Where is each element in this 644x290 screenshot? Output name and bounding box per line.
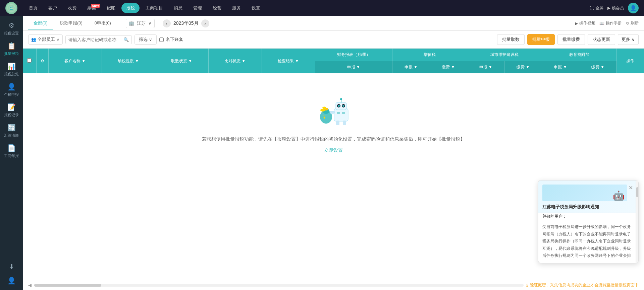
employee-selector[interactable]: 👥 全部员工 ∨ xyxy=(28,34,63,45)
horizontal-scrollbar[interactable] xyxy=(34,284,524,287)
region-selector[interactable]: 🏢 江苏 ∨ xyxy=(126,19,155,28)
more-button[interactable]: 更多 ∨ xyxy=(618,34,639,45)
notif-scrollbar xyxy=(636,180,638,263)
bottom-bar: ◀ ℹ 验证账密、采集信息均成功的企业才会流转至批量报税页面中 xyxy=(23,280,644,290)
nav-customer[interactable]: 客户 xyxy=(44,3,62,13)
sort-icon-fr[interactable]: ▼ xyxy=(356,65,360,69)
sort-icon-vp[interactable]: ▼ xyxy=(451,65,455,69)
tab-tax-return-count: (0) xyxy=(77,20,83,25)
status-update-button[interactable]: 状态更新 xyxy=(588,34,615,45)
more-label: 更多 xyxy=(622,37,630,43)
video-help-label: 操作视频 xyxy=(579,20,595,26)
sidebar-label-annual-report: 工商年报 xyxy=(4,153,19,158)
sidebar-item-tax-summary[interactable]: 📊 报税总览 xyxy=(1,60,22,79)
sort-icon-er[interactable]: ▼ xyxy=(563,65,567,69)
bottom-info: ℹ 验证账密、采集信息均成功的企业才会流转至批量报税页面中 xyxy=(526,282,639,288)
toolbar-right: 批量取数 批量申报 批量缴费 状态更新 更多 ∨ xyxy=(497,34,639,45)
accounts-checkbox[interactable] xyxy=(159,38,164,42)
next-month-button[interactable]: › xyxy=(201,19,209,27)
sidebar-label-tax-record: 报税记录 xyxy=(4,113,19,118)
region-icon: 🏢 xyxy=(129,21,134,26)
refresh-button[interactable]: ↻ 刷新 xyxy=(626,20,639,26)
nav-invoice[interactable]: 票据 xyxy=(83,3,101,13)
sort-icon-check[interactable]: ▼ xyxy=(295,59,299,63)
svg-rect-17 xyxy=(343,121,346,125)
prev-month-button[interactable]: ‹ xyxy=(163,19,171,27)
nav-message[interactable]: 消息 xyxy=(169,3,187,13)
th-urban-report: 申报 ▼ xyxy=(467,61,504,73)
th-checkbox xyxy=(23,49,36,73)
search-box[interactable]: 🔍 xyxy=(65,35,132,44)
notif-header-content: 🤖 江苏电子税务局升级影响通知 xyxy=(542,185,627,210)
sidebar-item-tax-settings[interactable]: ⚙ 报税设置 xyxy=(1,19,22,39)
batch-pay-button[interactable]: 批量缴费 xyxy=(557,34,585,45)
nav-tax[interactable]: 报税 xyxy=(121,3,140,13)
month-nav: ‹ 2023年05月 › xyxy=(163,19,209,27)
notif-close-button[interactable]: ✕ xyxy=(627,185,634,191)
empty-state-message: 若您想使用批量报税功能，请先在【报税设置】中进行报税的初始化设置，完成密码验证和… xyxy=(202,135,465,143)
empty-state-row: ¥ xyxy=(23,73,644,173)
select-all-checkbox[interactable] xyxy=(27,58,32,63)
th-financial-report: 财务报表（月/季） xyxy=(315,49,392,61)
sidebar-item-personal-tax[interactable]: 👤 个税申报 xyxy=(1,80,22,100)
region-label: 江苏 xyxy=(137,20,146,26)
video-help-link[interactable]: ▶ 操作视频 xyxy=(575,20,595,26)
nav-business[interactable]: 工商项目 xyxy=(141,3,168,13)
nav-home[interactable]: 首页 xyxy=(24,3,42,13)
fullscreen-button[interactable]: ⛶ 全屏 xyxy=(590,5,603,11)
sidebar-item-annual-report[interactable]: 📄 工商年报 xyxy=(1,141,22,161)
personal-tax-icon: 👤 xyxy=(7,83,16,91)
th-edu-pay: 缴费 ▼ xyxy=(579,61,616,73)
manual-icon: 📖 xyxy=(599,21,604,26)
nav-settings[interactable]: 设置 xyxy=(247,3,265,13)
checkbox-accounts[interactable]: 名下账套 xyxy=(159,37,183,43)
refresh-label: 刷新 xyxy=(631,20,639,26)
nav-operation[interactable]: 经营 xyxy=(208,3,226,13)
tab-all[interactable]: 全部(0) xyxy=(28,17,53,29)
employee-icon: 👥 xyxy=(31,37,36,42)
sidebar-item-download[interactable]: ⬇ xyxy=(1,260,22,273)
sort-icon-ur[interactable]: ▼ xyxy=(488,65,492,69)
sort-icon-compare[interactable]: ▼ xyxy=(241,59,246,63)
notification-popup: 🤖 江苏电子税务局升级影响通知 ✕ 尊敬的用户： 受当前电子税务局进一步升级的影… xyxy=(538,180,639,263)
th-check-result: 检查结果 ▼ xyxy=(262,49,315,73)
setup-link[interactable]: 立即设置 xyxy=(324,147,343,153)
nav-accounting[interactable]: 记账 xyxy=(102,3,120,13)
svg-rect-16 xyxy=(336,121,339,125)
sort-icon-tax-type[interactable]: ▼ xyxy=(135,59,139,63)
month-display: 2023年05月 xyxy=(173,20,199,26)
sidebar-item-batch-tax[interactable]: 📋 批量报税 xyxy=(1,39,22,59)
fullscreen-icon: ⛶ xyxy=(590,6,594,10)
th-vat-report: 申报 ▼ xyxy=(392,61,430,73)
toolbar: 👥 全部员工 ∨ 🔍 筛选 ∨ 名下账套 批量取数 批量申报 批量缴费 状态更新 xyxy=(23,31,644,49)
sort-icon-client[interactable]: ▼ xyxy=(82,59,86,63)
member-label: 畅会员 xyxy=(612,5,624,11)
manual-help-link[interactable]: 📖 操作手册 xyxy=(599,20,622,26)
filter-button[interactable]: 筛选 ∨ xyxy=(135,34,157,45)
user-avatar[interactable]: 👤 xyxy=(628,3,639,13)
member-button[interactable]: ▶ 畅会员 xyxy=(607,5,624,11)
th-edu-report: 申报 ▼ xyxy=(542,61,579,73)
scroll-left-arrow[interactable]: ◀ xyxy=(28,283,32,288)
sidebar-item-tax-record[interactable]: 📝 报税记录 xyxy=(1,100,22,120)
sort-icon-up[interactable]: ▼ xyxy=(526,65,530,69)
sort-icon-ep[interactable]: ▼ xyxy=(600,65,604,69)
tab-zero-return[interactable]: 0申报(0) xyxy=(89,17,116,29)
notif-banner: 🤖 xyxy=(542,185,627,201)
th-vat: 增值税 xyxy=(392,49,467,61)
nav-manage[interactable]: 管理 xyxy=(189,3,207,13)
setting-icon[interactable]: ⚙ xyxy=(41,59,44,63)
search-input[interactable] xyxy=(68,37,122,42)
nav-billing[interactable]: 收费 xyxy=(63,3,81,13)
batch-fetch-button[interactable]: 批量取数 xyxy=(497,34,525,45)
sort-icon-vr[interactable]: ▼ xyxy=(414,65,418,69)
sort-icon-fetch[interactable]: ▼ xyxy=(188,59,192,63)
app-logo[interactable] xyxy=(5,2,17,14)
sidebar-item-user[interactable]: 👤 xyxy=(1,274,22,287)
settlement-icon: 🔄 xyxy=(7,124,16,132)
nav-service[interactable]: 服务 xyxy=(227,3,246,13)
tab-tax-return[interactable]: 税款申报(0) xyxy=(54,17,88,29)
batch-report-button[interactable]: 批量申报 xyxy=(527,34,555,45)
sidebar-item-settlement[interactable]: 🔄 汇算清缴 xyxy=(1,121,22,141)
sidebar-label-batch-tax: 批量报税 xyxy=(4,51,19,56)
